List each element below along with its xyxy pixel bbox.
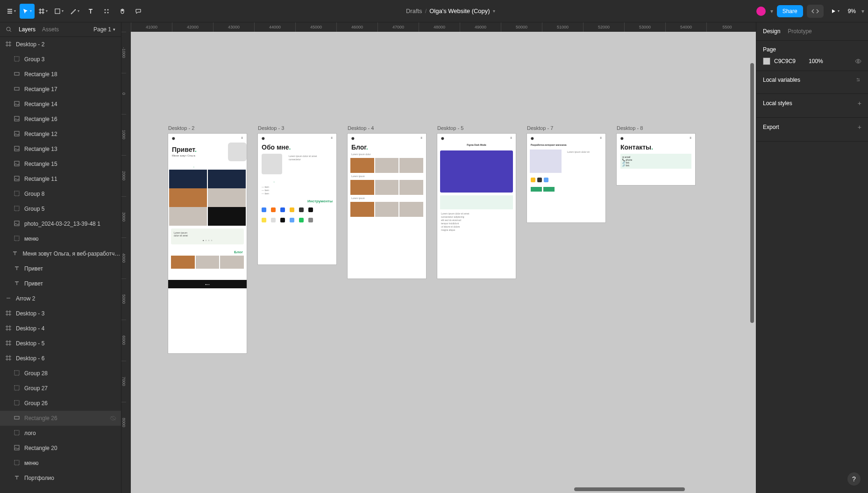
shape-tool[interactable]: ▾: [51, 4, 66, 19]
comment-tool[interactable]: [131, 4, 146, 19]
layer-row[interactable]: Group 5: [0, 201, 121, 216]
layer-row[interactable]: Desktop - 6: [0, 351, 121, 366]
frame-artboard[interactable]: ⬤≡ Figma Dark Mode Lorem ipsum dolor sit…: [437, 134, 516, 279]
layer-row[interactable]: меню: [0, 231, 121, 246]
layer-row[interactable]: Group 27: [0, 381, 121, 396]
section-local-styles: Local styles +: [756, 94, 868, 118]
scrollbar-thumb[interactable]: [750, 63, 754, 323]
frame-icon: [6, 310, 12, 317]
canvas-scrollbar-vertical[interactable]: [750, 46, 754, 479]
color-opacity[interactable]: 100%: [809, 58, 823, 64]
layer-row[interactable]: Desktop - 2: [0, 37, 121, 52]
frame-desktop-4[interactable]: Desktop - 4 ⬤≡ Блог. Lorem ipsum dolor L…: [348, 125, 426, 353]
breadcrumb-file[interactable]: Olga's Website (Copy): [429, 7, 490, 14]
search-icon[interactable]: [6, 26, 12, 33]
layer-row[interactable]: меню: [0, 456, 121, 471]
main-menu-button[interactable]: ▾: [4, 4, 19, 19]
pen-tool[interactable]: ▾: [67, 4, 82, 19]
frame-desktop-7[interactable]: Desktop - 7 ⬤≡ Разработка интернет-магаз…: [527, 125, 605, 353]
layer-row[interactable]: Rectangle 14: [0, 97, 121, 112]
frame-label[interactable]: Desktop - 5: [437, 125, 516, 131]
resources-tool[interactable]: [99, 4, 114, 19]
frame-label[interactable]: Desktop - 7: [527, 125, 605, 131]
svg-rect-24: [14, 445, 19, 450]
layer-row[interactable]: Rectangle 18: [0, 67, 121, 82]
breadcrumb-parent[interactable]: Drafts: [406, 7, 422, 14]
move-tool[interactable]: ▾: [20, 4, 35, 19]
layer-row[interactable]: Rectangle 17: [0, 82, 121, 97]
frame-label[interactable]: Desktop - 4: [348, 125, 426, 131]
layer-row[interactable]: Rectangle 20: [0, 441, 121, 456]
tab-prototype[interactable]: Prototype: [788, 28, 811, 35]
canvas-scrollbar-horizontal[interactable]: [131, 487, 747, 491]
layer-row[interactable]: Group 28: [0, 366, 121, 381]
section-title-label: Local variables: [763, 77, 800, 83]
add-export-button[interactable]: +: [858, 123, 861, 131]
layer-row[interactable]: Rectangle 12: [0, 127, 121, 142]
layer-row[interactable]: Привет: [0, 261, 121, 276]
zoom-level[interactable]: 9%: [846, 8, 858, 14]
layer-row[interactable]: Rectangle 26: [0, 411, 121, 426]
tab-layers[interactable]: Layers: [19, 26, 36, 33]
text-icon: [14, 475, 21, 481]
canvas[interactable]: Desktop - 2 ⬤≡ Привет. Меня зовут Ольга …: [131, 32, 756, 493]
tab-assets[interactable]: Assets: [42, 26, 59, 33]
avatar-chevron[interactable]: ▾: [770, 8, 773, 14]
layer-label: Desktop - 5: [16, 340, 44, 347]
dev-mode-toggle[interactable]: [807, 5, 824, 18]
layer-row[interactable]: Desktop - 4: [0, 321, 121, 336]
tab-design[interactable]: Design: [763, 28, 780, 35]
layer-row[interactable]: лого: [0, 426, 121, 441]
layer-row[interactable]: Group 3: [0, 52, 121, 67]
layers-list[interactable]: Desktop - 2Group 3Rectangle 18Rectangle …: [0, 37, 121, 493]
add-style-button[interactable]: +: [858, 100, 861, 107]
layer-row[interactable]: Меня зовут Ольга, я веб-разработчик. Рад…: [0, 246, 121, 261]
hand-tool[interactable]: [115, 4, 130, 19]
frame-desktop-2[interactable]: Desktop - 2 ⬤≡ Привет. Меня зовут Ольга …: [168, 125, 247, 353]
share-button[interactable]: Share: [777, 5, 803, 17]
layer-row[interactable]: photo_2024-03-22_13-39-48 1: [0, 216, 121, 231]
layer-row[interactable]: Rectangle 13: [0, 142, 121, 157]
frame-label[interactable]: Desktop - 3: [258, 125, 336, 131]
frame-artboard[interactable]: ⬤≡ Разработка интернет-магазина Lorem ip…: [527, 134, 605, 222]
hidden-icon[interactable]: [110, 416, 116, 421]
zoom-chevron[interactable]: ▾: [861, 8, 864, 14]
avatar[interactable]: [755, 6, 767, 17]
page-selector[interactable]: Page 1 ▾: [93, 26, 115, 33]
layer-row[interactable]: Rectangle 16: [0, 112, 121, 127]
frame-artboard[interactable]: ⬤≡ Привет. Меня зовут Ольга Портфолио.: [168, 134, 247, 353]
layer-row[interactable]: Привет: [0, 276, 121, 291]
scrollbar-thumb[interactable]: [574, 487, 685, 491]
layer-row[interactable]: Desktop - 5: [0, 336, 121, 351]
img-icon: [14, 221, 21, 227]
color-swatch[interactable]: [763, 57, 770, 65]
layer-row[interactable]: Портфолио: [0, 471, 121, 486]
layer-row[interactable]: Rectangle 15: [0, 157, 121, 171]
frame-desktop-8[interactable]: Desktop - 8 ⬤≡ Контакты. ✉ email📞 phone🔗…: [617, 125, 695, 353]
frame-desktop-3[interactable]: Desktop - 3 ⬤≡ Обо мне. Lorem ipsum dolo…: [258, 125, 336, 353]
frame-desktop-5[interactable]: Desktop - 5 ⬤≡ Figma Dark Mode Lorem ips…: [437, 125, 516, 353]
svg-rect-9: [14, 101, 19, 106]
help-button[interactable]: ?: [847, 472, 861, 486]
present-button[interactable]: ▾: [827, 4, 842, 19]
color-hex[interactable]: C9C9C9: [774, 58, 796, 64]
page-background-row[interactable]: C9C9C9 100%: [763, 57, 861, 65]
layer-row[interactable]: Rectangle 11: [0, 171, 121, 186]
settings-icon[interactable]: [855, 77, 861, 83]
layer-row[interactable]: Group 8: [0, 186, 121, 201]
text-tool[interactable]: [83, 4, 98, 19]
dev-mode-icon: [811, 8, 819, 14]
visibility-icon[interactable]: [855, 58, 861, 64]
frame-label[interactable]: Desktop - 8: [617, 125, 695, 131]
ruler-horizontal: 4100042000430004400045000460004700048000…: [131, 22, 756, 32]
layer-row[interactable]: Arrow 2: [0, 291, 121, 306]
frame-artboard[interactable]: ⬤≡ Контакты. ✉ email📞 phone🔗 link🔗 link: [617, 134, 695, 185]
frame-label[interactable]: Desktop - 2: [168, 125, 247, 131]
section-title-label: Export: [763, 124, 779, 130]
frame-tool[interactable]: ▾: [36, 4, 50, 19]
frame-artboard[interactable]: ⬤≡ Блог. Lorem ipsum dolor Lorem ipsum L…: [348, 134, 426, 279]
frame-artboard[interactable]: ⬤≡ Обо мне. Lorem ipsum dolor sit amet c…: [258, 134, 336, 264]
layer-row[interactable]: Desktop - 3: [0, 306, 121, 321]
layer-row[interactable]: Group 26: [0, 396, 121, 411]
file-menu-chevron[interactable]: ▾: [493, 8, 495, 14]
